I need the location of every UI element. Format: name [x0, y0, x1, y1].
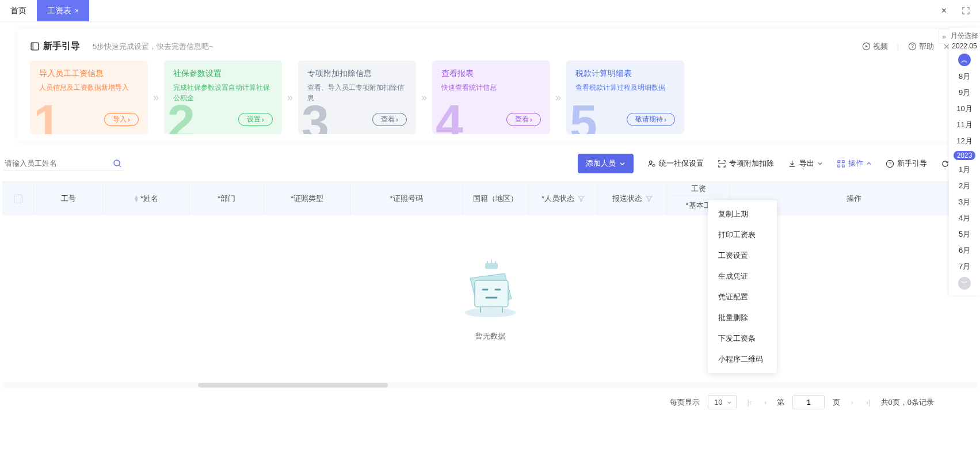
search-input[interactable] — [5, 159, 110, 168]
toolbar: 添加人员 统一社保设置 专项附加扣除 导出 操作 ? 新手引导 刷新 — [2, 151, 978, 176]
add-person-button[interactable]: 添加人员 — [578, 154, 634, 173]
step-2-button[interactable]: 设置› — [238, 113, 273, 126]
per-page-select[interactable]: 10 — [708, 395, 737, 409]
dropdown-item-print[interactable]: 打印工资表 — [708, 225, 777, 245]
step-4-button[interactable]: 查看› — [506, 113, 541, 126]
filter-icon[interactable] — [646, 195, 653, 202]
empty-state: 暂无数据 — [2, 215, 978, 382]
th-name[interactable]: ▲▼*姓名 — [103, 182, 189, 215]
dropdown-item-qrcode[interactable]: 小程序二维码 — [708, 349, 777, 370]
pagination-summary: 共0页，0条记录 — [881, 397, 934, 408]
help-icon: ? — [886, 159, 894, 168]
arrow-icon: » — [148, 92, 164, 104]
scroll-down-icon[interactable]: ︾ — [958, 277, 971, 290]
month-item[interactable]: 4月 — [949, 210, 980, 226]
step-3-button[interactable]: 查看› — [372, 113, 407, 126]
search-icon[interactable] — [113, 159, 122, 168]
empty-image — [453, 256, 528, 320]
month-item[interactable]: 3月 — [949, 194, 980, 210]
th-empno[interactable]: 工号 — [34, 182, 103, 215]
scroll-up-icon[interactable]: ︽ — [958, 54, 971, 66]
first-page-button[interactable]: |‹ — [745, 398, 754, 406]
book-icon — [30, 41, 40, 51]
month-item[interactable]: 1月 — [949, 162, 980, 178]
month-panel-current: 2022.05 — [949, 42, 980, 50]
play-icon — [862, 42, 871, 51]
step-card-3: 专项附加扣除信息 查看、导入员工专项附加扣除信息 查看› 3 — [298, 60, 416, 134]
dropdown-item-settings[interactable]: 工资设置 — [708, 245, 777, 266]
th-idno[interactable]: *证照号码 — [350, 182, 463, 215]
month-item[interactable]: 5月 — [949, 226, 980, 242]
month-item[interactable]: 2月 — [949, 178, 980, 194]
month-item[interactable]: 10月 — [949, 101, 980, 117]
step-card-5: 税款计算明细表 查看税款计算过程及明细数据 敬请期待› 5 — [566, 60, 684, 134]
filter-icon[interactable] — [578, 195, 585, 202]
dropdown-item-voucher[interactable]: 生成凭证 — [708, 266, 777, 287]
dropdown-item-copy[interactable]: 复制上期 — [708, 204, 777, 225]
dropdown-item-voucher-config[interactable]: 凭证配置 — [708, 287, 777, 307]
step-5-button[interactable]: 敬请期待› — [627, 113, 675, 126]
page-input[interactable] — [792, 395, 825, 409]
tab-home[interactable]: 首页 — [0, 0, 37, 21]
per-page-label: 每页显示 — [670, 397, 700, 408]
pagination: 每页显示 10 |‹ ‹ 第 页 › ›| 共0页，0条记录 — [0, 388, 980, 415]
arrow-icon: » — [416, 92, 432, 104]
step-card-2: 社保参数设置 完成社保参数设置自动计算社保公积金 设置› 2 — [164, 60, 282, 134]
svg-text:?: ? — [911, 43, 914, 49]
th-report-status[interactable]: 报送状态 — [598, 182, 667, 215]
top-tabs: 首页 工资表 × ✕ — [0, 0, 980, 22]
month-item[interactable]: 7月 — [949, 259, 980, 275]
svg-rect-0 — [31, 43, 39, 50]
scrollbar-thumb[interactable] — [198, 383, 388, 387]
guide-panel: 新手引导 5步快速完成设置，快去完善信息吧~ 视频 | ? 帮助 ✕ 导入员工工… — [17, 29, 963, 141]
operate-button[interactable]: 操作 — [837, 158, 872, 169]
fullscreen-icon[interactable] — [957, 2, 974, 20]
month-item[interactable]: 8月 — [949, 69, 980, 85]
th-dept[interactable]: *部门 — [189, 182, 264, 215]
guide-subtitle: 5步快速完成设置，快去完善信息吧~ — [93, 41, 213, 52]
unified-social-button[interactable]: 统一社保设置 — [647, 158, 704, 169]
month-item[interactable]: 6月 — [949, 242, 980, 259]
svg-line-6 — [119, 165, 121, 167]
step-1-button[interactable]: 导入› — [104, 113, 139, 126]
dropdown-item-send-payslip[interactable]: 下发工资条 — [708, 328, 777, 349]
svg-point-5 — [114, 160, 120, 166]
th-nationality[interactable]: 国籍（地区） — [463, 182, 529, 215]
user-gear-icon — [647, 159, 656, 168]
sort-icon[interactable]: ▲▼ — [134, 195, 139, 202]
th-idtype[interactable]: *证照类型 — [264, 182, 350, 215]
next-page-button[interactable]: › — [848, 398, 855, 406]
horizontal-scrollbar[interactable] — [2, 382, 978, 388]
close-window-button[interactable]: ✕ — [935, 2, 952, 20]
empty-text: 暂无数据 — [475, 331, 505, 341]
dropdown-item-batch-delete[interactable]: 批量删除 — [708, 307, 777, 328]
month-item[interactable]: 9月 — [949, 85, 980, 101]
th-base-salary[interactable]: *基本工 — [685, 196, 711, 215]
svg-point-7 — [649, 161, 652, 164]
video-link[interactable]: 视频 — [862, 41, 888, 52]
arrow-icon: » — [282, 92, 298, 104]
chevron-up-icon — [866, 161, 872, 166]
th-emp-status[interactable]: *人员状态 — [529, 182, 598, 215]
month-item[interactable]: 12月 — [949, 133, 980, 149]
last-page-button[interactable]: ›| — [864, 398, 873, 406]
export-button[interactable]: 导出 — [788, 158, 823, 169]
special-deduct-button[interactable]: 专项附加扣除 — [718, 158, 774, 169]
chevron-down-icon — [619, 161, 626, 167]
svg-rect-10 — [842, 160, 844, 162]
collapse-icon[interactable]: » — [939, 29, 949, 44]
month-item[interactable]: 11月 — [949, 117, 980, 133]
month-panel: » 月份选择 2022.05 ︽ 8月 9月 10月 11月 12月 2023 … — [949, 28, 980, 295]
prev-page-button[interactable]: ‹ — [762, 398, 769, 406]
tab-payroll[interactable]: 工资表 × — [37, 0, 89, 21]
table-header: 工号 ▲▼*姓名 *部门 *证照类型 *证照号码 国籍（地区） *人员状态 报送… — [2, 182, 978, 215]
close-icon[interactable]: × — [75, 7, 79, 15]
export-icon — [788, 159, 796, 168]
help-link[interactable]: ? 帮助 — [908, 41, 934, 52]
step-card-4: 查看报表 快速查看统计信息 查看› 4 — [432, 60, 550, 134]
month-panel-title: 月份选择 — [949, 31, 980, 41]
scan-icon — [718, 159, 726, 168]
select-all-checkbox[interactable] — [14, 195, 22, 203]
guide-button[interactable]: ? 新手引导 — [886, 158, 927, 169]
svg-rect-11 — [838, 165, 840, 167]
